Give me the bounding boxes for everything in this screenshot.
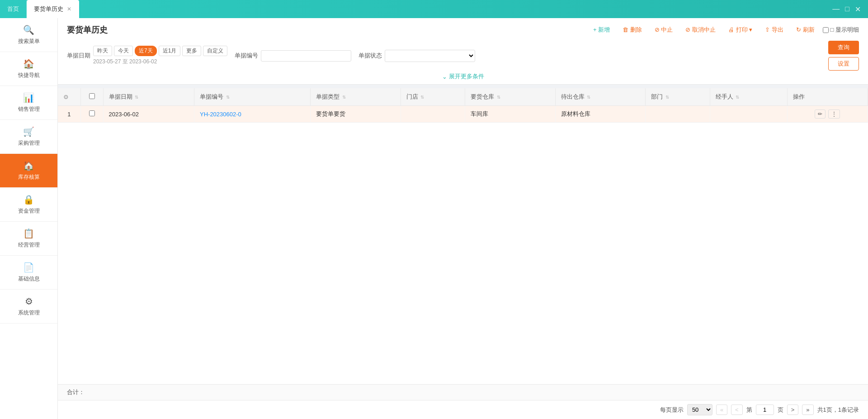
expand-more-row[interactable]: ⌄ 展开更多条件 <box>67 72 859 81</box>
col-handler-sort[interactable]: ⇅ <box>736 95 739 100</box>
date-filter-label: 单据日期 <box>67 52 90 60</box>
page-size-select[interactable]: 50 100 200 <box>687 404 712 415</box>
col-department-label: 部门 <box>651 93 663 100</box>
minimize-icon[interactable]: — <box>832 5 840 13</box>
date-btn-yesterday[interactable]: 昨天 <box>93 46 112 56</box>
date-btn-week7[interactable]: 近7天 <box>135 46 157 56</box>
last-page-button[interactable]: » <box>802 405 813 415</box>
maximize-icon[interactable]: □ <box>845 5 849 13</box>
sidebar-sales-label: 销售管理 <box>18 105 40 113</box>
row-doc-number[interactable]: YH-20230602-0 <box>194 106 311 123</box>
prev-page-button[interactable]: < <box>731 405 743 415</box>
next-page-button[interactable]: > <box>787 405 799 415</box>
action-buttons: 查询 设置 <box>828 41 859 71</box>
pagination-bar: 每页显示 50 100 200 « < 第 页 > » 共1页，1条记录 <box>58 400 868 419</box>
delete-btn-label: 🗑 删除 <box>623 26 642 34</box>
col-req-warehouse: 要货仓库 ⇅ <box>465 88 556 106</box>
row-more-button[interactable]: ⋮ <box>828 110 840 119</box>
col-doc-date: 单据日期 ⇅ <box>103 88 194 106</box>
export-button[interactable]: ⇧ 导出 <box>760 24 788 36</box>
col-store: 门店 ⇅ <box>401 88 465 106</box>
sidebar-purchase-label: 采购管理 <box>18 139 40 147</box>
sidebar-quicknav-label: 快捷导航 <box>18 71 40 79</box>
stop-button[interactable]: ⊘ 中止 <box>650 24 678 36</box>
sidebar-item-purchase[interactable]: 🛒 采购管理 <box>0 120 57 154</box>
col-handler-label: 经手人 <box>716 93 733 100</box>
print-button[interactable]: 🖨 打印 ▾ <box>724 24 757 36</box>
date-filter: 单据日期 昨天 今天 近7天 近1月 更多 自定义 2023-05-27 至 2… <box>67 46 227 66</box>
row-doc-date: 2023-06-02 <box>103 106 194 123</box>
search-icon: 🔍 <box>23 24 34 35</box>
doc-number-link[interactable]: YH-20230602-0 <box>200 111 241 118</box>
chevron-down-icon: ⌄ <box>442 73 447 80</box>
finance-icon: 🔒 <box>23 194 34 205</box>
col-pending-warehouse: 待出仓库 ⇅ <box>555 88 646 106</box>
row-department <box>646 106 710 123</box>
tab-bar: 首页 要货单历史 ✕ <box>0 0 79 18</box>
show-detail-toggle[interactable]: □ 显示明细 <box>823 26 859 34</box>
date-filter-group: 昨天 今天 近7天 近1月 更多 自定义 2023-05-27 至 2023-0… <box>93 46 227 66</box>
query-button[interactable]: 查询 <box>828 41 859 54</box>
col-settings-icon[interactable]: ⚙ <box>63 94 69 100</box>
date-btn-month1[interactable]: 近1月 <box>159 46 181 56</box>
cancel-stop-button[interactable]: ⊘ 取消中止 <box>681 24 720 36</box>
main-layout: 🔍 搜索菜单 🏠 快捷导航 📊 销售管理 🛒 采购管理 🏠 库存核算 🔒 资金管… <box>0 18 868 419</box>
delete-button[interactable]: 🗑 删除 <box>618 24 646 36</box>
show-detail-checkbox[interactable] <box>823 27 829 33</box>
settings-button[interactable]: 设置 <box>828 57 859 71</box>
table-row: 1 2023-06-02 YH-20230602-0 要货单要货 车间库 原材料… <box>58 106 868 123</box>
row-edit-button[interactable]: ✏ <box>815 110 826 119</box>
sidebar-item-search[interactable]: 🔍 搜索菜单 <box>0 18 57 52</box>
sidebar-item-sales[interactable]: 📊 销售管理 <box>0 86 57 120</box>
doc-status-select[interactable] <box>385 50 475 62</box>
tab-history-label: 要货单历史 <box>34 5 63 13</box>
col-doc-number: 单据编号 ⇅ <box>194 88 311 106</box>
total-info: 共1页，1条记录 <box>817 406 859 414</box>
doc-number-input[interactable] <box>261 50 351 62</box>
col-req-warehouse-sort[interactable]: ⇅ <box>497 95 500 100</box>
col-doc-number-sort[interactable]: ⇅ <box>226 95 230 100</box>
first-page-button[interactable]: « <box>716 405 727 415</box>
sidebar: 🔍 搜索菜单 🏠 快捷导航 📊 销售管理 🛒 采购管理 🏠 库存核算 🔒 资金管… <box>0 18 58 419</box>
table-header-row: ⚙ 单据日期 ⇅ 单据编号 ⇅ <box>58 88 868 106</box>
tab-home[interactable]: 首页 <box>0 0 27 18</box>
col-doc-date-sort[interactable]: ⇅ <box>135 95 138 100</box>
expand-more-label: 展开更多条件 <box>449 72 484 81</box>
page-label: 第 <box>746 406 752 414</box>
sidebar-item-base[interactable]: 📄 基础信息 <box>0 256 57 290</box>
window-controls: — □ ✕ <box>832 5 868 14</box>
date-btn-today[interactable]: 今天 <box>114 46 133 56</box>
tab-close-icon[interactable]: ✕ <box>67 6 71 12</box>
refresh-button[interactable]: ↻ 刷新 <box>792 24 819 36</box>
sidebar-item-quick-nav[interactable]: 🏠 快捷导航 <box>0 52 57 86</box>
new-button[interactable]: + 新增 <box>589 24 614 36</box>
page-title: 要货单历史 <box>67 24 108 35</box>
content-area: 要货单历史 + 新增 🗑 删除 ⊘ 中止 ⊘ 取消中止 🖨 <box>58 18 868 419</box>
page-number-input[interactable] <box>756 405 774 415</box>
date-btn-more[interactable]: 更多 <box>182 46 201 56</box>
col-doc-date-label: 单据日期 <box>109 93 132 100</box>
col-doc-type-sort[interactable]: ⇅ <box>342 95 346 100</box>
col-department-sort[interactable]: ⇅ <box>665 95 669 100</box>
tab-home-label: 首页 <box>7 5 19 13</box>
col-doc-number-label: 单据编号 <box>200 93 223 100</box>
close-window-icon[interactable]: ✕ <box>855 5 861 14</box>
col-store-sort[interactable]: ⇅ <box>420 95 424 100</box>
date-btn-custom[interactable]: 自定义 <box>203 46 227 56</box>
purchase-icon: 🛒 <box>23 126 34 137</box>
page-suffix: 页 <box>778 406 783 414</box>
col-store-label: 门店 <box>406 93 418 100</box>
refresh-btn-label: ↻ 刷新 <box>796 26 815 34</box>
select-all-checkbox[interactable] <box>89 93 95 99</box>
col-settings[interactable]: ⚙ <box>58 88 80 106</box>
sidebar-item-system[interactable]: ⚙ 系统管理 <box>0 290 57 324</box>
sidebar-item-finance[interactable]: 🔒 资金管理 <box>0 188 57 222</box>
stop-btn-label: ⊘ 中止 <box>655 26 673 34</box>
sidebar-item-operations[interactable]: 📋 经营管理 <box>0 222 57 256</box>
row-pending-warehouse: 原材料仓库 <box>555 106 646 123</box>
sidebar-item-inventory[interactable]: 🏠 库存核算 <box>0 154 57 188</box>
cancel-stop-btn-label: ⊘ 取消中止 <box>685 26 716 34</box>
row-checkbox[interactable] <box>89 110 95 116</box>
col-pending-warehouse-sort[interactable]: ⇅ <box>587 95 590 100</box>
tab-history[interactable]: 要货单历史 ✕ <box>27 0 79 18</box>
